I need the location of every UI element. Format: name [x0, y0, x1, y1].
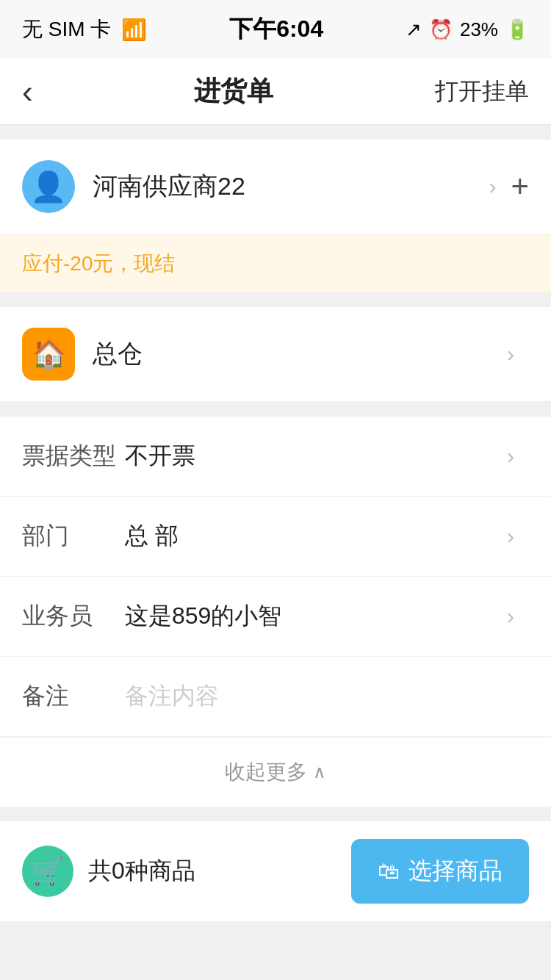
status-right: ↗ ⏰ 23% 🔋 — [406, 18, 529, 41]
form-section: 票据类型 不开票 › 部门 总 部 › 业务员 这是859的小智 › 备注 备注… — [0, 417, 551, 807]
notice-bar: 应付-20元，现结 — [0, 234, 551, 292]
supplier-section: 👤 河南供应商22 › + 应付-20元，现结 — [0, 140, 551, 292]
time-display: 下午6:04 — [229, 13, 323, 46]
collapse-text: 收起更多 ∧ — [225, 758, 326, 786]
product-count: 共0种商品 — [88, 855, 351, 887]
salesman-label: 业务员 — [22, 600, 125, 633]
supplier-row[interactable]: 👤 河南供应商22 › + — [0, 140, 551, 234]
status-left: 无 SIM 卡 📶 — [22, 15, 147, 43]
supplier-avatar-icon: 👤 — [30, 170, 67, 204]
product-icon-wrap: 🛒 — [22, 846, 73, 897]
carrier-text: 无 SIM 卡 — [22, 15, 111, 43]
location-icon: ↗ — [406, 18, 422, 41]
salesman-chevron-icon: › — [507, 604, 514, 629]
wifi-icon: 📶 — [121, 18, 147, 42]
notice-text: 应付-20元，现结 — [22, 252, 175, 275]
salesman-value: 这是859的小智 — [125, 600, 507, 633]
remark-row[interactable]: 备注 备注内容 — [0, 657, 551, 737]
nav-bar: ‹ 进货单 打开挂单 — [0, 59, 551, 125]
battery-icon: 🔋 — [505, 18, 529, 41]
status-bar: 无 SIM 卡 📶 下午6:04 ↗ ⏰ 23% 🔋 — [0, 0, 551, 59]
ticket-type-label: 票据类型 — [22, 440, 125, 472]
section-gap-1 — [0, 125, 551, 140]
collapse-arrow-icon: ∧ — [313, 762, 326, 782]
section-gap-3 — [0, 402, 551, 417]
warehouse-chevron-icon: › — [507, 342, 514, 367]
select-product-button[interactable]: 🛍 选择商品 — [351, 839, 529, 904]
select-product-icon: 🛍 — [378, 859, 400, 884]
alarm-icon: ⏰ — [429, 18, 453, 41]
select-product-label: 选择商品 — [408, 855, 503, 887]
section-gap-4 — [0, 807, 551, 821]
remark-placeholder: 备注内容 — [125, 680, 529, 713]
ticket-type-value: 不开票 — [125, 440, 507, 472]
battery-text: 23% — [460, 18, 498, 41]
ticket-type-row[interactable]: 票据类型 不开票 › — [0, 417, 551, 497]
department-chevron-icon: › — [507, 524, 514, 549]
department-row[interactable]: 部门 总 部 › — [0, 497, 551, 577]
department-label: 部门 — [22, 520, 125, 552]
salesman-row[interactable]: 业务员 这是859的小智 › — [0, 577, 551, 657]
ticket-type-chevron-icon: › — [507, 444, 514, 469]
section-gap-2 — [0, 292, 551, 307]
remark-label: 备注 — [22, 680, 125, 713]
open-pending-button[interactable]: 打开挂单 — [435, 76, 529, 108]
add-supplier-button[interactable]: + — [511, 171, 529, 202]
back-button[interactable]: ‹ — [22, 76, 33, 108]
bottom-bar: 🛒 共0种商品 🛍 选择商品 — [0, 821, 551, 921]
collapse-row[interactable]: 收起更多 ∧ — [0, 737, 551, 807]
warehouse-name: 总仓 — [93, 337, 507, 371]
warehouse-icon: 🏠 — [32, 338, 66, 370]
supplier-chevron-icon: › — [489, 174, 496, 199]
page-title: 进货单 — [194, 73, 273, 109]
avatar: 👤 — [22, 160, 75, 213]
supplier-name: 河南供应商22 — [93, 170, 489, 203]
warehouse-row[interactable]: 🏠 总仓 › — [0, 307, 551, 402]
collapse-label: 收起更多 — [225, 758, 307, 786]
page-background — [0, 921, 551, 980]
warehouse-icon-wrap: 🏠 — [22, 328, 75, 381]
department-value: 总 部 — [125, 520, 507, 552]
product-icon: 🛒 — [32, 856, 65, 887]
